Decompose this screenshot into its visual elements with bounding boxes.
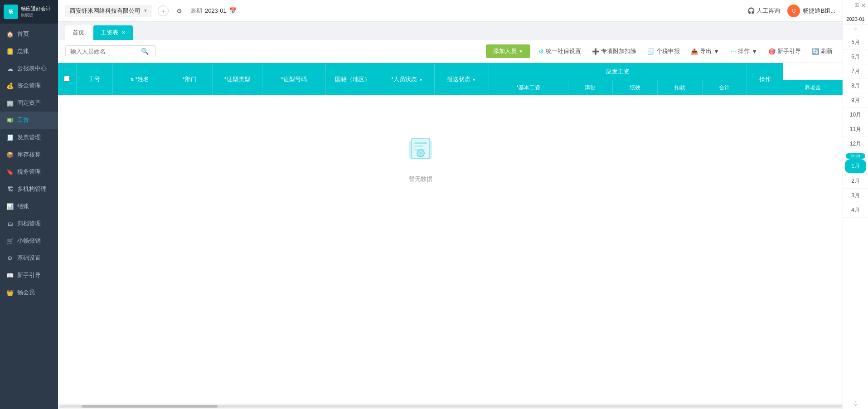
month-nav-up[interactable]: ⇧ (843, 25, 868, 35)
export-button[interactable]: 📤 导出 ▼ (688, 45, 722, 57)
export-label: 导出 (700, 47, 712, 55)
multi-org-icon: 🏗 (6, 186, 14, 193)
tab-home[interactable]: 首页 (65, 25, 92, 40)
add-dropdown-icon: ▼ (519, 49, 523, 54)
month-2-2023[interactable]: 2月 (843, 174, 868, 189)
col-deduction: 扣款 (657, 80, 702, 95)
month-3-2023[interactable]: 3月 (843, 189, 868, 203)
sidebar-item-multi-org[interactable]: 🏗 多机构管理 (0, 180, 58, 198)
search-box: 🔍 (65, 45, 156, 57)
topbar: 西安虾米网络科技有限公司 ▼ + ⚙ 账期 2023-01 📅 🎧 人工咨询 U… (58, 0, 843, 22)
panel-year-header: 2023-01 (843, 14, 868, 25)
month-8-2022[interactable]: 8月 (843, 79, 868, 93)
sidebar-item-tax-label: 税务管理 (17, 168, 41, 176)
logo-icon: 畅 (4, 5, 18, 19)
sidebar-item-fund[interactable]: 💰 资金管理 (0, 77, 58, 94)
customer-service-button[interactable]: 🎧 人工咨询 (747, 7, 780, 15)
sidebar-item-assets-label: 固定资产 (17, 99, 41, 107)
sidebar-item-close-account[interactable]: 📊 结账 (0, 198, 58, 215)
month-4-2023[interactable]: 4月 (843, 203, 868, 218)
month-6-2022[interactable]: 6月 (843, 50, 868, 64)
svg-rect-3 (414, 146, 423, 147)
scroll-thumb[interactable] (82, 405, 218, 408)
close-panel-button[interactable]: ✕ (861, 2, 866, 9)
sidebar-item-cloud-report[interactable]: ☁ 云报表中心 (0, 60, 58, 77)
refresh-button[interactable]: 🔄 刷新 (809, 45, 835, 57)
sidebar-item-inventory-label: 库存核算 (17, 151, 41, 159)
headset-icon: 🎧 (747, 7, 755, 14)
social-insurance-button[interactable]: ⚙ 统一社保设置 (536, 45, 584, 57)
user-menu[interactable]: U 畅捷通B组... (787, 5, 835, 17)
scroll-track (59, 405, 842, 408)
content-toolbar: 🔍 添加人员 ▼ ⚙ 统一社保设置 ➕ 专项附加扣除 🧾 个税申报 📤 导出 (58, 40, 843, 63)
special-deduction-label: 专项附加扣除 (601, 47, 636, 55)
sidebar-nav: 🏠 首页 📒 总账 ☁ 云报表中心 💰 资金管理 🏢 固定资产 💵 工资 🧾 发… (0, 24, 58, 409)
tab-salary-close[interactable]: ✕ (121, 29, 126, 36)
sidebar-item-salary-label: 工资 (17, 116, 29, 124)
topbar-settings-button[interactable]: ⚙ (174, 5, 185, 16)
sidebar-item-member[interactable]: 👑 畅会员 (0, 284, 58, 301)
assets-icon: 🏢 (6, 100, 14, 107)
calendar-icon[interactable]: 📅 (229, 7, 237, 14)
sidebar-item-inventory[interactable]: 📦 库存核算 (0, 146, 58, 163)
month-12-2022[interactable]: 12月 (843, 137, 868, 151)
sidebar-item-expense[interactable]: 🛒 小畅报销 (0, 232, 58, 249)
sidebar-item-settings[interactable]: ⚙ 基础设置 (0, 249, 58, 267)
topbar-right: 🎧 人工咨询 U 畅捷通B组... (747, 5, 835, 17)
sidebar-item-home[interactable]: 🏠 首页 (0, 25, 58, 43)
filter-icon-status[interactable]: ▼ (419, 78, 423, 82)
sidebar-item-tax[interactable]: 🔖 税务管理 (0, 163, 58, 180)
salary-table-container[interactable]: 工号 ⇅ *姓名 *部门 *证型类型 *证型号码 国籍（地区） *人员状态 ▼ … (58, 63, 843, 404)
col-dept: *部门 (167, 63, 212, 95)
add-company-button[interactable]: + (158, 5, 169, 16)
sidebar-item-member-label: 畅会员 (17, 288, 35, 297)
expand-panel-button[interactable]: ⊞ (854, 2, 859, 8)
operations-button[interactable]: ⋯ 操作 ▼ (727, 45, 760, 57)
refresh-label: 刷新 (821, 47, 833, 55)
sidebar-item-fund-label: 资金管理 (17, 82, 41, 90)
month-10-2022[interactable]: 10月 (843, 108, 868, 122)
filter-icon-report[interactable]: ▼ (472, 78, 476, 82)
company-selector[interactable]: 西安虾米网络科技有限公司 ▼ (65, 5, 152, 17)
special-deduction-icon: ➕ (592, 48, 599, 55)
home-icon: 🏠 (6, 31, 14, 38)
sidebar: 畅 畅应通好会计 旗舰版 🏠 首页 📒 总账 ☁ 云报表中心 💰 资金管理 🏢 … (0, 0, 58, 409)
sidebar-item-ledger-label: 总账 (17, 47, 29, 55)
month-5-2022[interactable]: 5月 (843, 35, 868, 50)
special-deduction-button[interactable]: ➕ 专项附加扣除 (589, 45, 639, 57)
sidebar-item-archive-label: 归档管理 (17, 219, 41, 228)
sidebar-item-assets[interactable]: 🏢 固定资产 (0, 94, 58, 112)
tax-filing-button[interactable]: 🧾 个税申报 (645, 45, 683, 57)
month-11-2022[interactable]: 11月 (843, 122, 868, 137)
month-list: 5月 6月 7月 8月 9月 10月 11月 12月 2023 1月 2月 3月… (843, 35, 868, 399)
sidebar-item-invoice[interactable]: 🧾 发票管理 (0, 129, 58, 146)
col-report-status: 报送状态 ▼ (434, 63, 489, 95)
month-9-2022[interactable]: 9月 (843, 93, 868, 108)
month-nav-down[interactable]: ⇩ (843, 399, 868, 409)
month-7-2022[interactable]: 7月 (843, 64, 868, 79)
horizontal-scrollbar[interactable] (58, 404, 843, 409)
col-employee-id: 工号 (76, 63, 112, 95)
refresh-icon: 🔄 (812, 48, 819, 55)
sidebar-item-guide[interactable]: 📖 新手引导 (0, 267, 58, 284)
sidebar-item-ledger[interactable]: 📒 总账 (0, 43, 58, 60)
col-actions-header: 操作 (747, 63, 783, 95)
col-base-salary: *基本工资 (489, 80, 568, 95)
sidebar-item-archive[interactable]: 🗂 归档管理 (0, 215, 58, 232)
year-badge-2023: 2023 (846, 153, 865, 159)
search-icon: 🔍 (141, 48, 149, 55)
tab-salary[interactable]: 工资表 ✕ (93, 25, 133, 40)
app-logo: 畅 畅应通好会计 旗舰版 (0, 0, 58, 24)
svg-text:?: ? (419, 151, 422, 156)
main-area: 西安虾米网络科技有限公司 ▼ + ⚙ 账期 2023-01 📅 🎧 人工咨询 U… (58, 0, 843, 409)
archive-icon: 🗂 (6, 220, 14, 227)
operations-icon: ⋯ (730, 48, 736, 55)
sidebar-item-salary[interactable]: 💵 工资 (0, 112, 58, 129)
search-input[interactable] (70, 48, 138, 55)
select-all-checkbox[interactable] (64, 76, 70, 82)
sidebar-item-guide-label: 新手引导 (17, 271, 41, 279)
guide-button[interactable]: 🎯 新手引导 (766, 45, 804, 57)
add-employee-button[interactable]: 添加人员 ▼ (486, 44, 530, 58)
sidebar-item-expense-label: 小畅报销 (17, 237, 41, 245)
month-1-2023[interactable]: 1月 (845, 159, 866, 174)
